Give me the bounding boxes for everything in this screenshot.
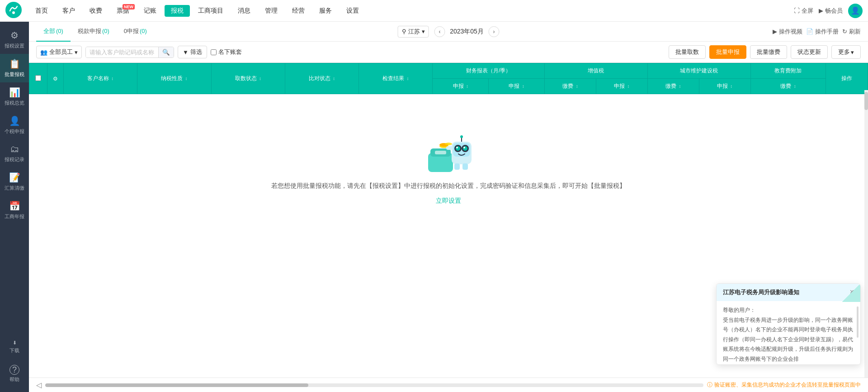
sub-tabs-right: ▶ 操作视频 📄 操作手册 ↻ 刷新 xyxy=(773,28,861,36)
select-all-checkbox[interactable] xyxy=(35,75,41,81)
refresh-btn[interactable]: ↻ 刷新 xyxy=(842,28,861,36)
svg-rect-16 xyxy=(446,146,453,150)
next-month-btn[interactable]: › xyxy=(489,26,500,37)
video-icon: ▶ xyxy=(773,28,777,35)
checkbox-label[interactable]: 名下账套 xyxy=(211,48,242,56)
status-update-btn[interactable]: 状态更新 xyxy=(791,45,828,59)
vip-btn[interactable]: ▶ 畅会员 xyxy=(819,7,843,15)
svg-rect-19 xyxy=(454,163,460,170)
operation-manual-btn[interactable]: 📄 操作手册 xyxy=(806,28,839,36)
more-dropdown-icon: ▾ xyxy=(851,49,854,56)
app-logo[interactable] xyxy=(5,2,22,19)
tab-all[interactable]: 全部 (0) xyxy=(36,22,71,42)
svg-point-1 xyxy=(12,11,15,14)
region-selector[interactable]: ⚲ 江苏 ▾ xyxy=(398,26,429,38)
notification-close-btn[interactable]: × xyxy=(850,288,854,296)
sidebar-item-annual-settle[interactable]: 📝 汇算清缴 xyxy=(0,167,29,196)
notification-body: 尊敬的用户： 受当前电子税务局进一步升级的影响，同一个政务网账号（办税人）名下的… xyxy=(717,301,860,364)
notification-scrollbar-thumb xyxy=(857,306,859,338)
batch-tax-icon: 📋 xyxy=(9,58,20,69)
th-vat-declare: 申报 ↕ xyxy=(489,79,545,94)
th-check-result: 检查结果 ↕ xyxy=(359,63,433,94)
search-button[interactable]: 🔍 xyxy=(158,47,174,57)
sidebar-item-tax-overview[interactable]: 📊 报税总览 xyxy=(0,82,29,111)
prev-month-btn[interactable]: ‹ xyxy=(434,26,445,37)
account-checkbox[interactable] xyxy=(211,49,217,55)
robot-illustration xyxy=(419,121,478,180)
sidebar-item-tax-record[interactable]: 🗂 报税记录 xyxy=(0,139,29,167)
tab-zero-declaration[interactable]: 0申报 (0) xyxy=(117,22,154,42)
th-vat: 增值税 xyxy=(545,63,648,79)
annual-settle-icon: 📝 xyxy=(9,172,20,183)
nav-operation[interactable]: 经营 xyxy=(286,5,311,17)
horizontal-scrollbar[interactable] xyxy=(45,383,703,387)
notification-popup: 江苏电子税务局升级影响通知 × 尊敬的用户： 受当前电子税务局进一步升级的影响，… xyxy=(716,283,861,365)
employee-filter-icon: 👥 xyxy=(40,49,47,56)
nav-tax[interactable]: 报税 xyxy=(165,5,190,17)
user-avatar[interactable]: 👤 xyxy=(848,4,863,18)
sidebar-item-annual-report[interactable]: 📅 工商年报 xyxy=(0,196,29,225)
table-scrollbar-thumb xyxy=(864,92,868,110)
th-fetch-status: 取数状态 ↕ xyxy=(211,63,285,94)
month-navigation: ‹ 2023年05月 › xyxy=(434,26,500,37)
region-dropdown-icon: ▾ xyxy=(422,28,425,35)
nav-message[interactable]: 消息 xyxy=(231,5,257,17)
filter-button[interactable]: ▼ 筛选 xyxy=(178,46,207,58)
annual-report-icon: 📅 xyxy=(9,201,20,211)
sidebar-item-batch-tax[interactable]: 📋 批量报税 xyxy=(0,54,29,82)
svg-point-13 xyxy=(463,146,467,151)
batch-report-btn[interactable]: 批量申报 xyxy=(709,45,746,59)
setup-link[interactable]: 立即设置 xyxy=(436,197,461,205)
th-financial-declare: 申报 ↕ xyxy=(433,79,489,94)
empty-state: 若您想使用批量报税功能，请先在【报税设置】中进行报税的初始化设置，完成密码验证和… xyxy=(29,94,868,232)
vip-icon: ▶ xyxy=(819,7,823,14)
personal-tax-icon: 👤 xyxy=(9,115,20,126)
sub-tabs-bar: 全部 (0) 税款申报 (0) 0申报 (0) ⚲ 江苏 ▾ xyxy=(29,22,868,42)
sidebar-item-tax-settings[interactable]: ⚙ 报税设置 xyxy=(0,25,29,54)
data-table: ⚙ 客户名称 ↕ 纳税性质 ↕ 取数状态 ↕ 比对状态 ↕ xyxy=(29,63,868,232)
nav-right: ⛶ 全屏 ▶ 畅会员 👤 xyxy=(794,4,863,18)
sidebar-bottom: ⬇ 下载 ? 帮助 xyxy=(0,336,29,392)
sidebar: ⚙ 报税设置 📋 批量报税 📊 报税总览 👤 个税申报 🗂 报税记录 📝 汇算清… xyxy=(0,22,29,392)
nav-ticket[interactable]: 票据 NEW xyxy=(110,5,136,17)
nav-manage[interactable]: 管理 xyxy=(259,5,284,17)
empty-main-text: 若您想使用批量报税功能，请先在【报税设置】中进行报税的初始化设置，完成密码验证和… xyxy=(271,180,626,191)
notification-scrollbar[interactable] xyxy=(857,302,859,364)
sidebar-help[interactable]: ? 帮助 xyxy=(0,361,29,387)
sidebar-download[interactable]: ⬇ 下载 xyxy=(0,336,29,358)
th-city-tax: 城市维护建设税 xyxy=(647,63,750,79)
batch-pay-btn[interactable]: 批量缴费 xyxy=(750,45,787,59)
more-btn[interactable]: 更多 ▾ xyxy=(831,45,861,59)
th-financial-report: 财务报表（月/季） xyxy=(433,63,545,79)
toolbar-right: 批量取数 批量申报 批量缴费 状态更新 更多 ▾ xyxy=(669,45,861,59)
operation-video-btn[interactable]: ▶ 操作视频 xyxy=(773,28,802,36)
employee-filter-select[interactable]: 👥 全部员工 ▾ xyxy=(36,46,82,58)
month-display: 2023年05月 xyxy=(449,28,485,36)
th-edu-declare: 申报 ↕ xyxy=(699,79,750,94)
nav-customer[interactable]: 客户 xyxy=(56,5,81,17)
nav-service[interactable]: 服务 xyxy=(313,5,338,17)
th-gear: ⚙ xyxy=(47,63,64,94)
employee-dropdown-icon: ▾ xyxy=(75,49,78,56)
manual-icon: 📄 xyxy=(806,28,813,35)
svg-point-12 xyxy=(456,146,460,151)
nav-setting[interactable]: 设置 xyxy=(340,5,365,17)
notification-greeting: 尊敬的用户： xyxy=(723,306,854,316)
th-city-pay: 缴费 ↕ xyxy=(647,79,699,94)
nav-business[interactable]: 工商项目 xyxy=(192,5,230,17)
sidebar-item-personal-tax[interactable]: 👤 个税申报 xyxy=(0,111,29,139)
batch-fetch-btn[interactable]: 批量取数 xyxy=(669,45,706,59)
nav-bookkeeping[interactable]: 记账 xyxy=(137,5,163,17)
svg-point-7 xyxy=(445,143,452,145)
svg-rect-4 xyxy=(435,151,446,154)
nav-fee[interactable]: 收费 xyxy=(83,5,108,17)
fullscreen-icon: ⛶ xyxy=(794,7,800,14)
search-input[interactable] xyxy=(86,47,158,57)
tab-tax-declaration[interactable]: 税款申报 (0) xyxy=(71,22,117,42)
nav-home[interactable]: 首页 xyxy=(29,5,54,17)
table-scrollbar[interactable] xyxy=(864,90,868,378)
th-tax-type: 纳税性质 ↕ xyxy=(137,63,211,94)
fullscreen-btn[interactable]: ⛶ 全屏 xyxy=(794,7,813,15)
refresh-icon: ↻ xyxy=(842,28,847,35)
svg-point-0 xyxy=(5,2,22,18)
